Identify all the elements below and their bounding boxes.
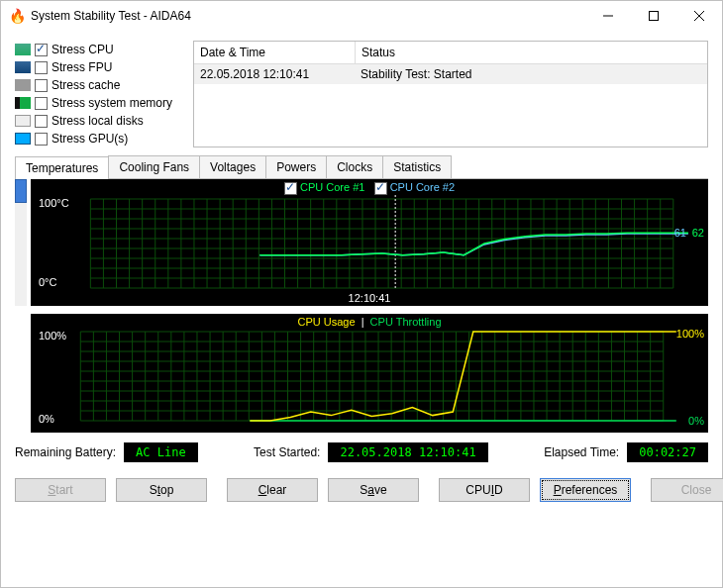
battery-label: Remaining Battery: — [15, 445, 116, 459]
stress-fpu-checkbox[interactable] — [35, 61, 48, 74]
legend-throttle: CPU Throttling — [370, 316, 442, 328]
tab-cooling-fans[interactable]: Cooling Fans — [108, 155, 200, 178]
memory-icon — [15, 97, 31, 109]
app-window: 🔥 System Stability Test - AIDA64 Stress … — [0, 0, 723, 588]
temp-end-core1: 62 — [692, 227, 704, 239]
content-area: Stress CPU Stress FPU Stress cache Stres… — [1, 31, 722, 587]
stress-gpu-checkbox[interactable] — [35, 133, 48, 146]
minimize-button[interactable] — [585, 1, 631, 31]
stress-disk-item: Stress local disks — [15, 112, 183, 130]
start-button[interactable]: Start — [15, 478, 106, 502]
usage-ymax: 100% — [39, 330, 66, 342]
usage-legend: CPU Usage | CPU Throttling — [31, 316, 708, 328]
legend-core1-checkbox[interactable] — [284, 182, 297, 195]
tab-temperatures[interactable]: Temperatures — [15, 156, 109, 179]
stress-fpu-item: Stress FPU — [15, 58, 183, 76]
stress-disk-checkbox[interactable] — [35, 115, 48, 128]
temp-ymin: 0°C — [39, 276, 56, 288]
cpuid-button[interactable]: CPUID — [439, 478, 530, 502]
tab-powers[interactable]: Powers — [265, 155, 327, 178]
stress-fpu-label: Stress FPU — [52, 60, 112, 74]
stress-cache-label: Stress cache — [52, 78, 120, 92]
maximize-button[interactable] — [631, 1, 676, 31]
legend-usage: CPU Usage — [297, 316, 355, 328]
titlebar: 🔥 System Stability Test - AIDA64 — [1, 1, 722, 31]
fpu-icon — [15, 61, 31, 73]
charts-panel: CPU Core #1 CPU Core #2 100°C 0°C 62 61 … — [15, 179, 708, 433]
log-cell-datetime: 22.05.2018 12:10:41 — [194, 64, 355, 84]
close-dialog-button[interactable]: Close — [651, 478, 723, 502]
tabs: Temperatures Cooling Fans Voltages Power… — [15, 155, 708, 179]
temp-legend: CPU Core #1 CPU Core #2 — [31, 181, 708, 195]
log-row[interactable]: 22.05.2018 12:10:41 Stability Test: Star… — [194, 64, 707, 84]
close-button[interactable] — [676, 1, 722, 31]
status-row: Remaining Battery: AC Line Test Started:… — [15, 441, 708, 464]
stress-cache-item: Stress cache — [15, 76, 183, 94]
tab-clocks[interactable]: Clocks — [326, 155, 383, 178]
usage-chart: CPU Usage | CPU Throttling 100% 0% 100% … — [31, 314, 708, 433]
temp-end-core2: 61 — [674, 227, 686, 239]
svg-rect-1 — [650, 12, 659, 21]
stress-gpu-item: Stress GPU(s) — [15, 130, 183, 147]
usage-end-throttle: 0% — [688, 415, 704, 427]
legend-core1: CPU Core #1 — [300, 181, 364, 193]
stress-cpu-checkbox[interactable] — [35, 44, 48, 56]
elapsed-value: 00:02:27 — [627, 442, 708, 462]
temp-chart-wrap: CPU Core #1 CPU Core #2 100°C 0°C 62 61 … — [15, 179, 708, 306]
disk-icon — [15, 115, 31, 127]
clear-button[interactable]: Clear — [227, 478, 318, 502]
started-value: 22.05.2018 12:10:41 — [328, 442, 487, 462]
log-table: Date & Time Status 22.05.2018 12:10:41 S… — [193, 41, 708, 147]
log-header: Date & Time Status — [194, 42, 707, 64]
started-label: Test Started: — [254, 445, 320, 459]
tab-statistics[interactable]: Statistics — [382, 155, 452, 178]
stress-mem-checkbox[interactable] — [35, 97, 48, 110]
log-cell-status: Stability Test: Started — [355, 64, 707, 84]
stress-options: Stress CPU Stress FPU Stress cache Stres… — [15, 41, 183, 147]
temp-slider[interactable] — [15, 179, 27, 306]
usage-end-usage: 100% — [676, 328, 704, 340]
temp-ymax: 100°C — [39, 197, 69, 209]
elapsed-label: Elapsed Time: — [544, 445, 619, 459]
temp-xlabel: 12:10:41 — [349, 292, 391, 304]
legend-core2: CPU Core #2 — [390, 181, 455, 193]
stress-mem-item: Stress system memory — [15, 94, 183, 112]
button-row: Start Stop Clear Save CPUID Preferences … — [15, 472, 708, 502]
cache-icon — [15, 79, 31, 91]
cpu-icon — [15, 44, 31, 55]
window-title: System Stability Test - AIDA64 — [31, 9, 585, 23]
temperature-chart: CPU Core #1 CPU Core #2 100°C 0°C 62 61 … — [31, 179, 708, 306]
stress-disk-label: Stress local disks — [52, 114, 144, 128]
stress-cache-checkbox[interactable] — [35, 79, 48, 92]
usage-ymin: 0% — [39, 413, 54, 425]
top-row: Stress CPU Stress FPU Stress cache Stres… — [15, 41, 708, 147]
usage-chart-wrap: CPU Usage | CPU Throttling 100% 0% 100% … — [15, 314, 708, 433]
stress-cpu-item: Stress CPU — [15, 41, 183, 58]
battery-value: AC Line — [124, 442, 198, 462]
log-header-status[interactable]: Status — [356, 42, 707, 63]
tabs-container: Temperatures Cooling Fans Voltages Power… — [15, 155, 708, 433]
legend-core2-checkbox[interactable] — [374, 182, 387, 195]
gpu-icon — [15, 133, 31, 145]
stress-gpu-label: Stress GPU(s) — [52, 132, 128, 146]
log-header-datetime[interactable]: Date & Time — [194, 42, 356, 63]
stop-button[interactable]: Stop — [116, 478, 207, 502]
app-icon: 🔥 — [9, 8, 25, 24]
window-buttons — [585, 1, 722, 31]
preferences-button[interactable]: Preferences — [540, 478, 631, 502]
stress-cpu-label: Stress CPU — [52, 43, 114, 56]
save-button[interactable]: Save — [328, 478, 419, 502]
tab-voltages[interactable]: Voltages — [199, 155, 266, 178]
stress-mem-label: Stress system memory — [52, 96, 172, 110]
